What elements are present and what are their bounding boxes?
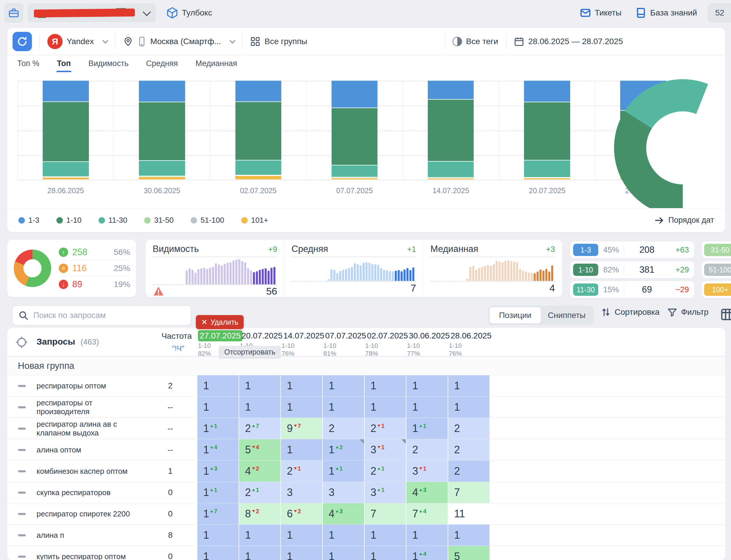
tab-медианная[interactable]: Медианная: [195, 57, 238, 70]
stacked-bar[interactable]: [524, 81, 570, 180]
stacked-bar[interactable]: [235, 81, 281, 180]
crosshair-icon[interactable]: [15, 336, 28, 349]
table-rows: респираторы оптом21111111респираторы от …: [7, 375, 725, 560]
table-row: купить респиратор оптом011111145: [7, 546, 725, 560]
projects-button[interactable]: [4, 3, 23, 23]
tab-топ[interactable]: Топ: [56, 57, 72, 70]
stacked-bar[interactable]: [331, 81, 378, 180]
date-column-header[interactable]: 02.07.20251-1078%: [365, 328, 407, 357]
position-cell: 1: [281, 439, 322, 460]
legend-item-51-100[interactable]: 51-100: [191, 216, 224, 225]
legend-item-101+[interactable]: 101+: [241, 216, 268, 225]
query-cell[interactable]: респиратор спиротек 2200: [37, 503, 143, 524]
metric-title: Средняя: [291, 244, 328, 254]
date-column-header[interactable]: 28.06.20251-1076%: [449, 328, 491, 357]
balance-badge[interactable]: 52: [708, 3, 731, 23]
row-handle[interactable]: [7, 546, 37, 560]
row-handle[interactable]: [7, 397, 37, 418]
stacked-bar[interactable]: [139, 81, 185, 180]
delta-value: 4: [214, 444, 217, 451]
stacked-bar[interactable]: [43, 81, 89, 180]
spark-bar: [256, 271, 258, 284]
legend-item-31-50[interactable]: 31-50: [144, 216, 174, 225]
date-order-button[interactable]: Порядок дат: [654, 215, 714, 226]
query-cell[interactable]: комбинезон каспер оптом: [37, 461, 143, 482]
position-row-1-3[interactable]: 1-345%208+63: [570, 241, 694, 258]
date-range-selector[interactable]: 28.06.2025 — 28.07.2025: [514, 36, 623, 47]
row-handle[interactable]: [7, 461, 37, 482]
query-cell[interactable]: алина п: [37, 525, 143, 546]
date-column-header[interactable]: 14.07.20251-1076%: [281, 328, 323, 357]
spark-bar: [339, 271, 341, 281]
spark-bar: [490, 266, 492, 281]
metrics-card: Видимость+956Средняя+17Медианная+34: [146, 240, 562, 297]
position-cell: 42: [239, 461, 280, 482]
frequency-mode[interactable]: "!Ч": [143, 344, 196, 353]
legend-item-11-30[interactable]: 11-30: [98, 216, 127, 225]
queries-header[interactable]: Запросы(463): [37, 337, 99, 347]
delta-up: 1: [210, 423, 217, 429]
row-handle[interactable]: [7, 503, 37, 524]
group-header[interactable]: Новая группа: [7, 357, 725, 375]
query-cell[interactable]: купить респиратор оптом: [37, 546, 143, 560]
search-input[interactable]: Поиск по запросам: [12, 305, 191, 326]
search-engine-selector[interactable]: Я Yandex: [47, 34, 107, 49]
spark-bar: [404, 269, 406, 281]
filter-button[interactable]: Фильтр: [667, 307, 708, 317]
refresh-button[interactable]: [13, 32, 32, 51]
position-row-11-30[interactable]: 11-3015%69−29: [570, 281, 694, 298]
region-selector[interactable]: Москва (Смартф...: [123, 36, 234, 47]
metric-bottom-row: 56: [153, 285, 277, 297]
date-column-header[interactable]: 30.06.20251-1077%: [407, 328, 449, 357]
delete-button[interactable]: ✕ Удалить: [196, 315, 243, 329]
query-cell[interactable]: алина оптом: [37, 439, 143, 460]
date-range-label: 28.06.2025 — 28.07.2025: [528, 37, 623, 46]
bar-segment-1-3: [524, 81, 570, 102]
position-row-100+[interactable]: 100+: [702, 281, 731, 298]
query-cell[interactable]: респираторы от производителя: [37, 397, 143, 418]
query-cell[interactable]: респираторы оптом: [37, 375, 143, 396]
position-row-31-50[interactable]: 31-50: [702, 241, 731, 258]
position-badge: 100+: [704, 284, 731, 296]
tags-selector[interactable]: Все теги: [453, 37, 498, 46]
sort-button[interactable]: Сортировка: [601, 307, 660, 317]
metric-bottom-row: 4: [431, 282, 555, 294]
query-cell[interactable]: скупка респираторов: [37, 482, 143, 503]
tab-средняя[interactable]: Средняя: [146, 57, 179, 70]
stacked-bar[interactable]: [428, 81, 474, 180]
delta-down: 2: [252, 508, 259, 515]
legend-dot: [18, 217, 25, 224]
row-handle[interactable]: [7, 439, 37, 460]
position-delta: +63: [670, 246, 689, 255]
position-row-51-100[interactable]: 51-100: [702, 261, 731, 278]
project-selector[interactable]: [27, 4, 156, 22]
legend-item-1-3[interactable]: 1-3: [18, 216, 39, 225]
bar-segment-1-3: [428, 81, 474, 100]
spark-bar: [186, 270, 188, 284]
row-handle[interactable]: [7, 375, 37, 396]
frequency-header[interactable]: Частота: [143, 331, 196, 341]
position-value: 4: [412, 486, 418, 499]
position-cells: 1111111: [197, 525, 490, 546]
view-option-сниппеты[interactable]: Сниппеты: [541, 307, 592, 324]
knowledge-base-button[interactable]: База знаний: [635, 7, 697, 19]
row-handle[interactable]: [7, 525, 37, 546]
metric-title-row: Медианная+3: [431, 244, 555, 257]
row-handle[interactable]: [7, 482, 37, 503]
tab-топ--[interactable]: Топ %: [17, 57, 40, 70]
tickets-button[interactable]: Тикеты: [580, 7, 622, 19]
metric-value: 56: [266, 286, 277, 297]
row-handle[interactable]: [7, 418, 37, 439]
groups-selector[interactable]: Все группы: [250, 36, 307, 47]
date-column-header[interactable]: 07.07.20251-1081%: [323, 328, 365, 357]
query-cell[interactable]: респиратор алина ав с клапаном выдоха: [37, 418, 143, 439]
spark-bar: [250, 270, 252, 284]
columns-settings-button[interactable]: [720, 307, 731, 322]
legend-item-1-10[interactable]: 1-10: [56, 216, 82, 225]
position-value: 7: [412, 508, 418, 520]
tab-видимость[interactable]: Видимость: [88, 57, 129, 70]
view-option-позиции[interactable]: Позиции: [490, 307, 541, 324]
position-row-1-10[interactable]: 1-1082%381+29: [570, 261, 694, 278]
toolbox-button[interactable]: Тулбокс: [166, 7, 212, 19]
spark-bar: [351, 267, 353, 281]
